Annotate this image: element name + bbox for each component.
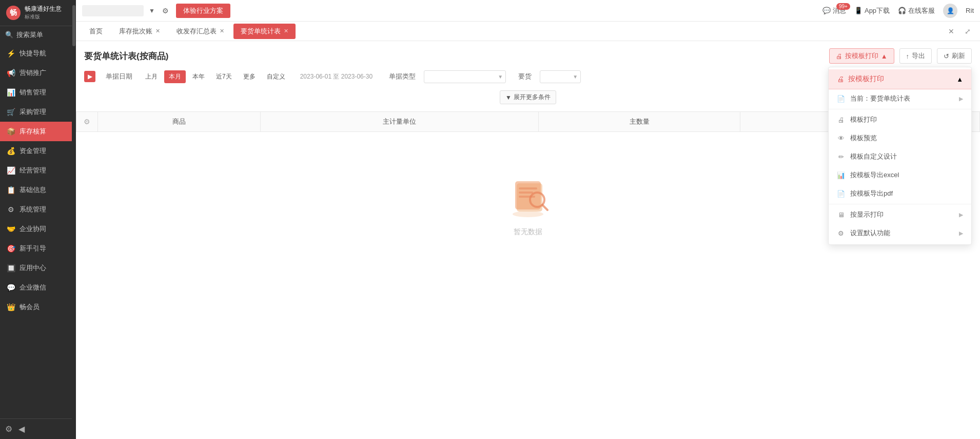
date-group: 上月 本月 本年 近7天 更多 自定义 <box>141 70 290 83</box>
svg-rect-2 <box>515 181 541 209</box>
topbar-msg[interactable]: 💬 消息 99+ <box>822 6 846 15</box>
collapse-icon[interactable]: ◀ <box>18 424 25 434</box>
dropdown-chevron-up-icon[interactable]: ▲ <box>956 75 963 83</box>
tabs-actions: ✕ ⤢ <box>945 25 974 37</box>
dropdown-template-excel[interactable]: 📊 按模板导出excel <box>829 166 971 184</box>
sidebar-item-app-center[interactable]: 🔲 应用中心 <box>0 258 72 278</box>
svg-rect-5 <box>519 196 535 198</box>
tab-expand-btn[interactable]: ⤢ <box>962 25 974 37</box>
template-design-label: 模板自定义设计 <box>850 152 963 161</box>
set-default-label: 设置默认功能 <box>850 228 954 238</box>
main-area: ▼ ⚙ 体验行业方案 💬 消息 99+ 📱 App下载 🎧 在线客服 👤 Rit <box>76 0 980 439</box>
tab-inventory-batch-close[interactable]: ✕ <box>155 28 160 34</box>
topbar-app-download[interactable]: 📱 App下载 <box>854 6 890 15</box>
tab-inventory-batch[interactable]: 库存批次账 ✕ <box>112 24 167 39</box>
order-select-wrapper: ▼ <box>540 70 581 83</box>
tab-order-stats-close[interactable]: ✕ <box>284 28 288 34</box>
empty-icon <box>502 173 554 219</box>
sidebar-item-quick-nav[interactable]: ⚡ 快捷导航 <box>0 44 72 63</box>
date-btn-this-year[interactable]: 本年 <box>188 70 209 83</box>
export-btn[interactable]: ↑ 导出 <box>899 48 932 64</box>
tab-order-stats[interactable]: 要货单统计表 ✕ <box>233 24 296 39</box>
operation-icon: 📈 <box>6 166 15 175</box>
set-default-arrow-icon: ▶ <box>959 230 963 237</box>
svg-rect-4 <box>519 192 533 194</box>
type-filter-label: 单据类型 <box>389 72 416 81</box>
topbar-search-input[interactable] <box>82 5 144 16</box>
sidebar-item-label: 销售管理 <box>19 88 46 97</box>
tab-close-all-btn[interactable]: ✕ <box>945 25 957 37</box>
expand-toggle-icon: ▶ <box>88 73 92 80</box>
topbar-gear-icon[interactable]: ⚙ <box>162 7 169 15</box>
sidebar-item-operation[interactable]: 📈 经营管理 <box>0 161 72 180</box>
app-label: App下载 <box>865 6 890 15</box>
svg-rect-3 <box>519 187 537 189</box>
svg-line-7 <box>542 205 547 210</box>
print-chevron-up: ▲ <box>881 52 888 60</box>
tab-collection-summary-label: 收发存汇总表 <box>177 27 217 36</box>
empty-text: 暂无数据 <box>514 227 542 237</box>
dropdown-print-icon: 🖨 <box>837 75 844 83</box>
template-excel-label: 按模板导出excel <box>850 170 963 180</box>
topbar-avatar[interactable]: 👤 <box>943 4 957 18</box>
print-label: 按模板打印 <box>845 51 878 61</box>
sidebar-item-guide[interactable]: 🎯 新手引导 <box>0 239 72 258</box>
current-icon: 📄 <box>837 94 845 103</box>
date-btn-this-month[interactable]: 本月 <box>164 70 186 83</box>
export-label: 导出 <box>912 51 925 61</box>
basic-icon: 📋 <box>6 185 15 195</box>
sidebar-item-purchase[interactable]: 🛒 采购管理 <box>0 102 72 122</box>
sidebar-item-label: 企业协同 <box>19 224 46 234</box>
dropdown-current-item[interactable]: 📄 当前：要货单统计表 ▶ <box>829 89 971 108</box>
wechat-icon: 💬 <box>6 283 15 292</box>
dropdown-template-print[interactable]: 🖨 模板打印 <box>829 110 971 129</box>
sidebar-item-basic[interactable]: 📋 基础信息 <box>0 180 72 200</box>
sidebar-scrollbar <box>72 0 76 439</box>
expand-toggle-btn[interactable]: ▶ <box>84 71 95 82</box>
dropdown-display-print[interactable]: 🖥 按显示打印 ▶ <box>829 205 971 224</box>
date-btn-more[interactable]: 更多 <box>239 70 260 83</box>
dropdown-divider-1 <box>829 109 971 109</box>
print-template-btn[interactable]: 🖨 按模板打印 ▲ <box>829 48 894 64</box>
tab-collection-summary-close[interactable]: ✕ <box>220 28 224 34</box>
tab-home[interactable]: 首页 <box>82 24 110 39</box>
topbar-dropdown[interactable]: ▼ <box>149 7 155 14</box>
sidebar-search[interactable]: 🔍 搜索菜单 <box>0 26 72 44</box>
sales-icon: 📊 <box>6 88 15 97</box>
refresh-btn[interactable]: ↺ 刷新 <box>937 48 972 64</box>
sidebar-item-sales[interactable]: 📊 销售管理 <box>0 83 72 102</box>
dropdown-header: 🖨 按模板打印 ▲ <box>829 69 971 89</box>
expand-more-btn[interactable]: ▼ 展开更多条件 <box>500 90 556 104</box>
sidebar-item-inventory[interactable]: 📦 库存核算 <box>0 122 72 141</box>
template-pdf-icon: 📄 <box>837 189 845 198</box>
sidebar-item-label: 畅会员 <box>19 302 40 312</box>
sidebar-item-wechat[interactable]: 💬 企业微信 <box>0 278 72 297</box>
date-btn-last-month[interactable]: 上月 <box>141 70 162 83</box>
type-select[interactable] <box>424 70 506 83</box>
inventory-icon: 📦 <box>6 127 15 136</box>
display-print-arrow-icon: ▶ <box>959 212 963 218</box>
dropdown-template-pdf[interactable]: 📄 按模板导出pdf <box>829 184 971 203</box>
avatar-placeholder: 👤 <box>947 7 954 14</box>
tab-collection-summary[interactable]: 收发存汇总表 ✕ <box>169 24 231 39</box>
sidebar-item-member[interactable]: 👑 畅会员 <box>0 297 72 317</box>
topbar-industry-btn[interactable]: 体验行业方案 <box>176 4 230 18</box>
dropdown-divider-2 <box>829 204 971 204</box>
dropdown-template-design[interactable]: ✏ 模板自定义设计 <box>829 147 971 166</box>
sidebar-item-collab[interactable]: 🤝 企业协同 <box>0 219 72 239</box>
settings-icon[interactable]: ⚙ <box>5 424 12 434</box>
sidebar-item-finance[interactable]: 💰 资金管理 <box>0 141 72 161</box>
date-btn-custom[interactable]: 自定义 <box>262 70 290 83</box>
sidebar-item-label: 系统管理 <box>19 205 46 214</box>
topbar-service[interactable]: 🎧 在线客服 <box>898 6 935 15</box>
sidebar-item-label: 企业微信 <box>19 283 46 292</box>
sidebar-item-marketing[interactable]: 📢 营销推广 <box>0 63 72 83</box>
dropdown-set-default[interactable]: ⚙ 设置默认功能 ▶ <box>829 224 971 242</box>
order-select[interactable] <box>540 70 581 83</box>
table-settings-icon[interactable]: ⚙ <box>84 118 90 126</box>
tab-home-label: 首页 <box>89 27 103 36</box>
dropdown-template-preview[interactable]: 👁 模板预览 <box>829 129 971 147</box>
topbar-username[interactable]: Rit <box>966 7 974 14</box>
sidebar-item-system[interactable]: ⚙ 系统管理 <box>0 200 72 219</box>
date-btn-7days[interactable]: 近7天 <box>211 70 237 83</box>
